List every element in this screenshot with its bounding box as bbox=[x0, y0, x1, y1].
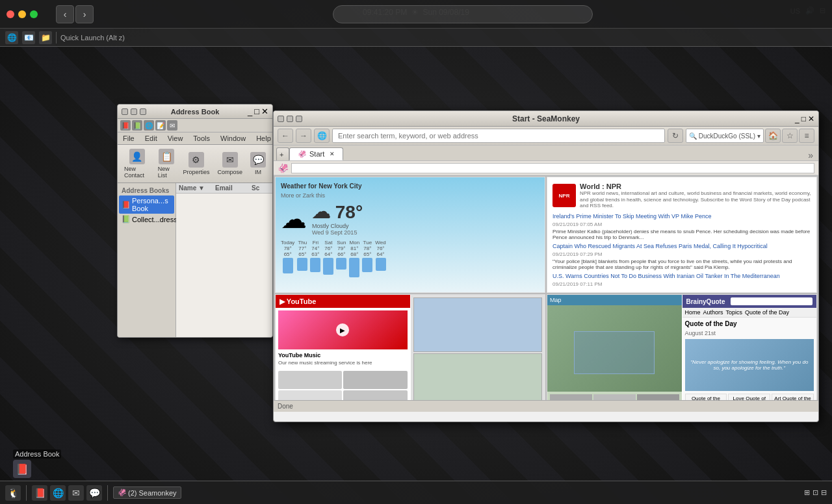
ab-group-collected-icon: 📗 bbox=[122, 215, 131, 223]
desktop-dock: 📕 Address Book bbox=[13, 460, 31, 478]
weather-day-mon: Mon81°68° bbox=[349, 240, 359, 278]
sm-forward-btn[interactable]: → bbox=[296, 129, 311, 143]
dock-addressbook-icon[interactable]: 📕 bbox=[13, 460, 31, 478]
sm-title-close[interactable]: ✕ bbox=[808, 114, 814, 123]
bq-nav-topics2[interactable]: Topics bbox=[726, 309, 743, 316]
sm-tab-scroll[interactable]: » bbox=[805, 150, 816, 160]
thumbnail-npr[interactable]: NPR World : NPR NPR world news, internat… bbox=[547, 177, 817, 293]
map-title: Map bbox=[550, 297, 562, 303]
tray-icon-3[interactable]: ⊟ bbox=[821, 488, 827, 497]
col-sc[interactable]: Sc bbox=[252, 184, 270, 192]
sm-tab-start[interactable]: 🦑 Start ✕ bbox=[289, 147, 343, 160]
ab-properties[interactable]: ⚙ Properties bbox=[180, 151, 212, 177]
ab-group-collected[interactable]: 📗 Collect...dresses bbox=[119, 214, 174, 225]
ql-icon-2[interactable]: 📧 bbox=[22, 31, 35, 44]
npr-headline-1[interactable]: Ireland's Prime Minister To Skip Meeting… bbox=[552, 213, 811, 220]
seamonkey-titlebar: Start - SeaMonkey _ □ ✕ bbox=[274, 111, 818, 127]
bq-qod-title: Quote of the Day bbox=[685, 320, 814, 327]
ab-menu-file[interactable]: File bbox=[122, 134, 136, 143]
weather-day-today: Today78°65° bbox=[281, 240, 294, 278]
ab-im[interactable]: 💬 IM bbox=[248, 151, 268, 177]
bq-nav-topics[interactable]: Authors bbox=[703, 309, 723, 316]
bq-search[interactable] bbox=[731, 297, 812, 305]
youtube-widget: ▶ YouTube ▶ YouTube Music Our new music … bbox=[276, 295, 410, 410]
address-book-title: Address Book bbox=[171, 108, 220, 116]
yt-play-btn[interactable]: ▶ bbox=[336, 323, 349, 336]
ab-menu-window[interactable]: Window bbox=[219, 134, 247, 143]
ab-menu-view[interactable]: View bbox=[166, 134, 185, 143]
ab-title-btn-3[interactable]: ✕ bbox=[261, 107, 268, 116]
maximize-button[interactable] bbox=[30, 10, 38, 18]
taskbar-linux-icon[interactable]: 🐧 bbox=[5, 485, 21, 501]
npr-headline-3[interactable]: U.S. Warns Countries Not To Do Business … bbox=[552, 273, 811, 279]
bq-nav-home[interactable]: Home bbox=[685, 309, 701, 316]
sm-menu-icon[interactable]: ≡ bbox=[799, 129, 814, 143]
search-engine-dropdown[interactable]: ▾ bbox=[757, 132, 760, 140]
taskbar-sm-icon[interactable]: 🌐 bbox=[50, 485, 66, 501]
ab-close-btn[interactable] bbox=[122, 108, 128, 115]
ab-title-btn-2[interactable]: □ bbox=[254, 107, 259, 116]
ab-menu-tools[interactable]: Tools bbox=[192, 134, 211, 143]
thumbnail-bottom-left[interactable]: ▶ YouTube ▶ YouTube Music Our new music … bbox=[275, 294, 545, 410]
quicklaunch-bar: 🌐 📧 📁 Quick Launch (Alt z) bbox=[0, 29, 832, 47]
ab-menu-help[interactable]: Help bbox=[255, 134, 272, 143]
ab-tb-icon-1: 📕 bbox=[120, 120, 131, 131]
sm-home-btn[interactable]: 🌐 bbox=[314, 129, 330, 143]
ql-icon-1[interactable]: 🌐 bbox=[5, 31, 18, 44]
ql-icon-3[interactable]: 📁 bbox=[39, 31, 52, 44]
npr-headline-2[interactable]: Captain Who Rescued Migrants At Sea Refu… bbox=[552, 243, 811, 249]
ab-new-list[interactable]: 📋 New List bbox=[155, 147, 178, 180]
sm-title-max[interactable]: □ bbox=[801, 114, 806, 123]
ab-max-btn[interactable] bbox=[140, 108, 146, 115]
tray-icon-1[interactable]: ⊞ bbox=[804, 488, 810, 497]
ab-group-personal-icon: 📕 bbox=[122, 201, 131, 209]
taskbar-seamonkey-btn[interactable]: 🦑 (2) Seamonkey bbox=[113, 486, 181, 499]
sm-back-btn[interactable]: ← bbox=[278, 129, 293, 143]
ab-min-btn[interactable] bbox=[131, 108, 137, 115]
menubar-address-input[interactable] bbox=[333, 5, 593, 23]
close-button[interactable] bbox=[6, 10, 14, 18]
taskbar-mail-icon[interactable]: ✉ bbox=[68, 485, 84, 501]
menubar-left: ‹ › bbox=[0, 5, 94, 23]
sm-close-btn[interactable] bbox=[278, 116, 284, 122]
ab-group-personal[interactable]: 📕 Persona...s Book bbox=[119, 195, 174, 214]
npr-logo: NPR bbox=[552, 184, 576, 207]
ab-compose[interactable]: ✉ Compose bbox=[214, 151, 245, 177]
address-book-window: Address Book _ □ ✕ 📕 📗 🌐 📝 ✉ File Edit V… bbox=[117, 104, 273, 338]
weather-date: Wed 9 Sept 2015 bbox=[312, 229, 363, 236]
sm-tab-icon: 🦑 bbox=[298, 150, 307, 158]
sm-home-icon[interactable]: 🏠 bbox=[765, 129, 781, 143]
sm-max-btn[interactable] bbox=[296, 116, 302, 122]
minimize-button[interactable] bbox=[18, 10, 26, 18]
taskbar-chat-icon[interactable]: 💬 bbox=[86, 485, 102, 501]
ab-empty-list bbox=[176, 194, 272, 338]
ab-title-btn-1[interactable]: _ bbox=[248, 107, 252, 116]
sm-bookmark-icon[interactable]: ☆ bbox=[782, 129, 798, 143]
sm-reload-btn[interactable]: ↻ bbox=[668, 129, 683, 143]
dock-addressbook[interactable]: 📕 Address Book bbox=[13, 460, 31, 478]
tray-icon-2[interactable]: ⊡ bbox=[812, 488, 818, 497]
ab-tb-icon-5: ✉ bbox=[167, 120, 177, 131]
sm-min-btn[interactable] bbox=[287, 116, 293, 122]
forward-button[interactable]: › bbox=[75, 5, 94, 23]
col-email[interactable]: Email bbox=[215, 184, 252, 192]
sm-tab-close[interactable]: ✕ bbox=[330, 151, 335, 157]
taskbar-add-icon[interactable]: 📕 bbox=[32, 485, 47, 501]
sm-new-tab-btn[interactable]: + bbox=[276, 147, 289, 160]
col-name[interactable]: Name ▼ bbox=[179, 184, 215, 192]
sm-url-input[interactable] bbox=[332, 129, 665, 143]
system-tray-icons: ⊞ ⊡ ⊟ bbox=[804, 488, 827, 497]
taskbar-left: 🐧 📕 🌐 ✉ 💬 🦑 (2) Seamonkey bbox=[0, 485, 187, 501]
back-button[interactable]: ‹ bbox=[56, 5, 74, 23]
ab-menu-edit[interactable]: Edit bbox=[144, 134, 159, 143]
bq-nav-qod[interactable]: Quote of the Day bbox=[745, 309, 789, 316]
ab-new-contact[interactable]: 👤 New Contact bbox=[122, 147, 153, 180]
thumbnail-bottom-right[interactable]: Map bbox=[547, 294, 817, 410]
thumbnail-weather[interactable]: Weather for New York City More or Zark t… bbox=[275, 177, 545, 293]
weather-widget: Weather for New York City More or Zark t… bbox=[276, 177, 545, 292]
sm-tab-label: Start bbox=[309, 150, 324, 158]
ab-tb-icon-2: 📗 bbox=[132, 120, 142, 131]
sm-page-search[interactable] bbox=[291, 163, 814, 173]
taskbar-divider-1 bbox=[26, 485, 27, 501]
sm-title-min[interactable]: _ bbox=[795, 114, 800, 123]
